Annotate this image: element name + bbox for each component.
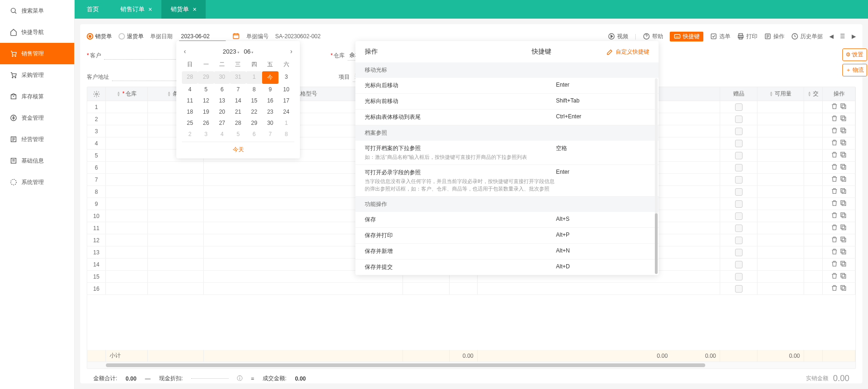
copy-row-icon[interactable] (840, 224, 847, 232)
copy-row-icon[interactable] (840, 199, 847, 208)
dp-month[interactable]: 06 (244, 48, 254, 55)
video-link[interactable]: 视频 (608, 33, 628, 41)
delete-row-icon[interactable] (831, 187, 838, 196)
delete-row-icon[interactable] (831, 248, 838, 257)
dp-day[interactable]: 21 (230, 106, 246, 117)
gift-checkbox[interactable] (735, 140, 743, 147)
dp-day[interactable]: 4 (182, 84, 198, 95)
delete-row-icon[interactable] (831, 260, 838, 269)
copy-row-icon[interactable] (840, 151, 847, 160)
delete-row-icon[interactable] (831, 199, 838, 208)
copy-row-icon[interactable] (840, 127, 847, 136)
dp-day[interactable]: 29 (246, 117, 262, 129)
customer-input[interactable] (104, 51, 188, 60)
tab-close-icon[interactable]: × (148, 6, 152, 13)
dp-day-next[interactable]: 2 (182, 129, 198, 140)
dp-day-next[interactable]: 3 (198, 129, 214, 140)
sidebar-item-5[interactable]: 资金管理 (0, 107, 74, 129)
tab-2[interactable]: 销货单× (161, 0, 206, 19)
print-button[interactable]: 打印 (737, 33, 757, 41)
gift-checkbox[interactable] (735, 249, 743, 256)
operate-button[interactable]: 操作 (764, 33, 785, 41)
prev-page-icon[interactable]: ◀ (829, 33, 833, 40)
delete-row-icon[interactable] (831, 127, 838, 136)
dp-day[interactable]: 14 (230, 95, 246, 106)
more-icon[interactable]: ⋯ (851, 50, 858, 57)
gift-checkbox[interactable] (735, 200, 743, 208)
delete-row-icon[interactable] (831, 115, 838, 123)
next-page-icon[interactable]: ▶ (852, 33, 856, 40)
dp-day[interactable]: 23 (262, 106, 278, 117)
delete-row-icon[interactable] (831, 163, 838, 172)
dp-today[interactable]: 今天 (182, 142, 294, 156)
dp-day[interactable]: 8 (246, 84, 262, 95)
sidebar-item-4[interactable]: 库存核算 (0, 86, 74, 107)
h-scrollbar[interactable] (87, 362, 855, 369)
gift-checkbox[interactable] (735, 152, 743, 159)
col-warehouse[interactable]: ▲▼仓库 (106, 87, 148, 101)
dp-day[interactable]: 20 (214, 106, 230, 117)
gift-checkbox[interactable] (735, 164, 743, 171)
col-gear[interactable] (87, 87, 106, 101)
sidebar-item-7[interactable]: 基础信息 (0, 150, 74, 171)
table-row[interactable]: 16 (87, 283, 855, 295)
tab-1[interactable]: 销售订单× (111, 0, 161, 19)
dp-day[interactable]: 13 (214, 95, 230, 106)
dp-day[interactable]: 22 (246, 106, 262, 117)
dp-year[interactable]: 2023 (223, 48, 239, 55)
delete-row-icon[interactable] (831, 212, 838, 220)
gift-checkbox[interactable] (735, 128, 743, 135)
copy-row-icon[interactable] (840, 236, 847, 245)
gift-checkbox[interactable] (735, 237, 743, 244)
dp-day[interactable]: 7 (230, 84, 246, 95)
dp-day[interactable]: 3 (278, 71, 294, 84)
dp-day-prev[interactable]: 28 (182, 71, 198, 84)
gift-checkbox[interactable] (735, 188, 743, 196)
history-button[interactable]: 历史单据 (791, 33, 823, 41)
sidebar-item-0[interactable]: 搜索菜单 (0, 0, 74, 21)
delete-row-icon[interactable] (831, 151, 838, 160)
delete-row-icon[interactable] (831, 272, 838, 281)
dp-day[interactable]: 25 (182, 117, 198, 129)
info-icon[interactable]: ⓘ (237, 375, 243, 382)
dp-day[interactable]: 11 (182, 95, 198, 106)
copy-row-icon[interactable] (840, 163, 847, 172)
dp-day[interactable]: 6 (214, 84, 230, 95)
dp-day[interactable]: 24 (278, 106, 294, 117)
col-gift[interactable]: 赠品 (720, 87, 757, 101)
dp-day[interactable]: 9 (262, 84, 278, 95)
gift-checkbox[interactable] (735, 176, 743, 184)
dp-day-prev[interactable]: 30 (214, 71, 230, 84)
dp-day-prev[interactable]: 31 (230, 71, 246, 84)
gift-checkbox[interactable] (735, 103, 743, 111)
list-icon[interactable]: ☰ (840, 33, 845, 40)
col-deliver[interactable]: ▲▼交 (804, 87, 823, 101)
copy-row-icon[interactable] (840, 284, 847, 293)
dp-day-next[interactable]: 1 (278, 117, 294, 129)
sidebar-item-1[interactable]: 快捷导航 (0, 21, 74, 43)
discount-input[interactable] (191, 378, 229, 379)
gift-checkbox[interactable] (735, 285, 743, 293)
sidebar-item-2[interactable]: 销售管理 (0, 43, 74, 64)
dp-day-next[interactable]: 8 (278, 129, 294, 140)
dp-day[interactable]: 27 (214, 117, 230, 129)
gift-checkbox[interactable] (735, 212, 743, 220)
dp-prev-icon[interactable]: ‹ (184, 48, 186, 55)
dp-day[interactable]: 17 (278, 95, 294, 106)
sidebar-item-8[interactable]: 系统管理 (0, 171, 74, 193)
dp-day[interactable]: 12 (198, 95, 214, 106)
sidebar-item-6[interactable]: 经营管理 (0, 129, 74, 150)
delete-row-icon[interactable] (831, 102, 838, 111)
dp-day[interactable]: 19 (198, 106, 214, 117)
shortcut-button[interactable]: 快捷键 (670, 32, 703, 41)
dp-day[interactable]: 18 (182, 106, 198, 117)
dp-day-next[interactable]: 5 (230, 129, 246, 140)
date-input[interactable]: 2023-06-02 (179, 32, 226, 41)
dp-day[interactable]: 1 (246, 71, 262, 84)
copy-row-icon[interactable] (840, 272, 847, 281)
dp-day[interactable]: 28 (230, 117, 246, 129)
gift-checkbox[interactable] (735, 273, 743, 280)
dp-day[interactable]: 16 (262, 95, 278, 106)
dp-next-icon[interactable]: › (290, 48, 292, 55)
dp-day-next[interactable]: 7 (262, 129, 278, 140)
